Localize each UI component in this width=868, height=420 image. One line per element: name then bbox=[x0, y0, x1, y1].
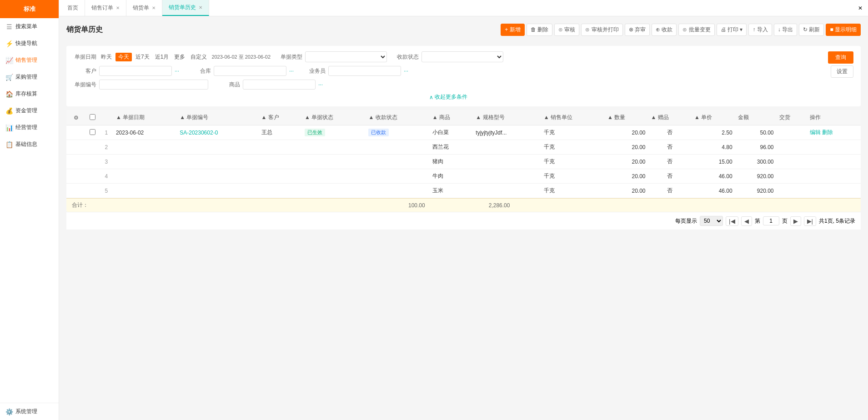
batch-change-button[interactable]: ⊙ 批量变更 bbox=[678, 24, 714, 36]
cell-checkbox[interactable] bbox=[86, 125, 100, 140]
cell-collect-status bbox=[366, 169, 429, 184]
col-gift[interactable]: ▲ 赠品 bbox=[648, 110, 692, 125]
window-close-btn[interactable]: ✕ bbox=[858, 5, 866, 11]
new-button[interactable]: + 新增 bbox=[501, 24, 524, 36]
col-date-label: ▲ 单据日期 bbox=[116, 114, 145, 121]
sidebar-item-basic-info[interactable]: 📋 基础信息 bbox=[0, 136, 59, 153]
tabs-bar: 首页 销售订单 ✕ 销货单 ✕ 销货单历史 ✕ ✕ bbox=[59, 0, 868, 16]
col-qty[interactable]: ▲ 数量 bbox=[605, 110, 648, 125]
collect-status-select[interactable] bbox=[421, 51, 503, 62]
review-button[interactable]: ⊙ 审核 bbox=[554, 24, 579, 36]
review-print-button[interactable]: ⊙ 审核并打印 bbox=[581, 24, 622, 36]
set-button[interactable]: 设置 bbox=[831, 65, 853, 78]
tab-home[interactable]: 首页 bbox=[61, 0, 85, 16]
col-goods[interactable]: ▲ 商品 bbox=[430, 110, 473, 125]
print-button[interactable]: 🖨 打印 ▾ bbox=[717, 24, 747, 36]
query-button[interactable]: 查询 bbox=[828, 51, 853, 64]
goods-input[interactable] bbox=[243, 80, 316, 90]
col-spec[interactable]: ▲ 规格型号 bbox=[473, 110, 541, 125]
date-btn-7days[interactable]: 近7天 bbox=[134, 53, 151, 61]
page-input[interactable] bbox=[763, 216, 779, 225]
export-button[interactable]: ↓ 导出 bbox=[774, 24, 797, 36]
delete-button[interactable]: 🗑 删除 bbox=[527, 24, 552, 36]
goods-dots[interactable]: ··· bbox=[318, 81, 323, 88]
col-collect-status[interactable]: ▲ 收款状态 bbox=[366, 110, 429, 125]
warehouse-dots[interactable]: ··· bbox=[289, 68, 294, 74]
cell-actions[interactable] bbox=[807, 169, 861, 184]
customer-input[interactable] bbox=[99, 66, 172, 76]
tab-sales-history-close[interactable]: ✕ bbox=[199, 5, 202, 10]
date-btn-more[interactable]: 更多 bbox=[172, 53, 187, 61]
warehouse-input[interactable] bbox=[214, 66, 286, 76]
staff-input[interactable] bbox=[328, 66, 401, 76]
tab-sales-history[interactable]: 销货单历史 ✕ bbox=[162, 0, 209, 16]
doctype-select[interactable] bbox=[305, 51, 387, 62]
cell-amount: 96.00 bbox=[735, 140, 777, 155]
show-detail-button[interactable]: ■ 显示明细 bbox=[826, 24, 861, 36]
abandon-button[interactable]: ⊗ 弃审 bbox=[625, 24, 650, 36]
cell-actions[interactable] bbox=[807, 155, 861, 169]
cell-price: 46.00 bbox=[692, 169, 735, 184]
date-range-value: 2023-06-02 至 2023-06-02 bbox=[211, 54, 271, 60]
collect-button[interactable]: ⊕ 收款 bbox=[652, 24, 677, 36]
staff-dots[interactable]: ··· bbox=[404, 68, 408, 74]
refresh-button[interactable]: ↻ 刷新 bbox=[799, 24, 824, 36]
col-customer[interactable]: ▲ 客户 bbox=[259, 110, 302, 125]
col-unit[interactable]: ▲ 销售单位 bbox=[541, 110, 605, 125]
cell-actions[interactable] bbox=[807, 184, 861, 198]
cell-docno[interactable] bbox=[177, 140, 258, 155]
col-checkbox[interactable] bbox=[86, 110, 100, 125]
tab-sales-order-close[interactable]: ✕ bbox=[116, 5, 120, 10]
page-prev-btn[interactable]: ◀ bbox=[741, 216, 752, 226]
col-gear[interactable]: ⚙ bbox=[66, 110, 86, 125]
cell-docno[interactable] bbox=[177, 155, 258, 169]
sidebar-item-operations[interactable]: 📊 经营管理 bbox=[0, 119, 59, 136]
col-docno[interactable]: ▲ 单据编号 bbox=[177, 110, 258, 125]
per-page-select[interactable]: 50 100 bbox=[700, 216, 723, 226]
tab-sales-goods[interactable]: 销货单 ✕ bbox=[126, 0, 162, 16]
cell-checkbox[interactable] bbox=[86, 169, 100, 184]
cell-checkbox[interactable] bbox=[86, 140, 100, 155]
docno-input[interactable] bbox=[99, 80, 208, 90]
cell-docno[interactable] bbox=[177, 184, 258, 198]
date-btn-1month[interactable]: 近1月 bbox=[153, 53, 171, 61]
cell-docno[interactable]: SA-20230602-0 bbox=[177, 125, 258, 140]
sidebar-item-system-mgmt[interactable]: ⚙️ 系统管理 bbox=[0, 403, 59, 420]
sidebar-item-purchase-mgmt[interactable]: 🛒 采购管理 bbox=[0, 69, 59, 85]
tab-sales-goods-close[interactable]: ✕ bbox=[152, 5, 156, 10]
page-next-btn[interactable]: ▶ bbox=[790, 216, 801, 226]
col-unit-label: ▲ 销售单位 bbox=[544, 114, 572, 121]
sidebar-item-finance[interactable]: 💰 资金管理 bbox=[0, 102, 59, 119]
cell-actions[interactable] bbox=[807, 140, 861, 155]
cell-trade bbox=[777, 140, 807, 155]
date-btn-custom[interactable]: 自定义 bbox=[189, 53, 209, 61]
tab-sales-order[interactable]: 销售订单 ✕ bbox=[85, 0, 126, 16]
sidebar-item-sales-mgmt[interactable]: 📈 销售管理 bbox=[0, 52, 59, 69]
import-button[interactable]: ↑ 导入 bbox=[748, 24, 772, 36]
filter-row-3: 单据编号 商品 ··· bbox=[74, 80, 823, 90]
action-删除[interactable]: 删除 bbox=[822, 129, 833, 135]
action-编辑[interactable]: 编辑 bbox=[810, 129, 821, 135]
sidebar-item-search-menu[interactable]: ☰ 搜索菜单 bbox=[0, 18, 59, 35]
cell-unit: 千克 bbox=[541, 125, 605, 140]
cell-docno[interactable] bbox=[177, 169, 258, 184]
cell-checkbox[interactable] bbox=[86, 184, 100, 198]
cell-actions[interactable]: 编辑 删除 bbox=[807, 125, 861, 140]
sidebar-item-quick-nav[interactable]: ⚡ 快捷导航 bbox=[0, 35, 59, 52]
select-all-checkbox[interactable] bbox=[90, 114, 95, 120]
customer-dots[interactable]: ··· bbox=[175, 68, 179, 74]
page-last-btn[interactable]: ▶| bbox=[804, 216, 816, 226]
row-checkbox[interactable] bbox=[90, 129, 95, 135]
cell-doc-status bbox=[302, 140, 366, 155]
date-btn-yesterday[interactable]: 昨天 bbox=[99, 53, 114, 61]
col-date[interactable]: ▲ 单据日期 bbox=[113, 110, 177, 125]
date-btn-today[interactable]: 今天 bbox=[115, 53, 132, 61]
col-price-label: ▲ 单价 bbox=[694, 114, 712, 121]
filter-collapse[interactable]: ∧ 收起更多条件 bbox=[74, 93, 823, 101]
col-price[interactable]: ▲ 单价 bbox=[692, 110, 735, 125]
col-doc-status[interactable]: ▲ 单据状态 bbox=[302, 110, 366, 125]
filter-date-item: 单据日期 昨天 今天 近7天 近1月 更多 自定义 2023-06-02 至 2… bbox=[74, 53, 271, 61]
sidebar-item-inventory[interactable]: 🏠 库存核算 bbox=[0, 85, 59, 102]
page-first-btn[interactable]: |◀ bbox=[726, 216, 738, 226]
cell-checkbox[interactable] bbox=[86, 155, 100, 169]
